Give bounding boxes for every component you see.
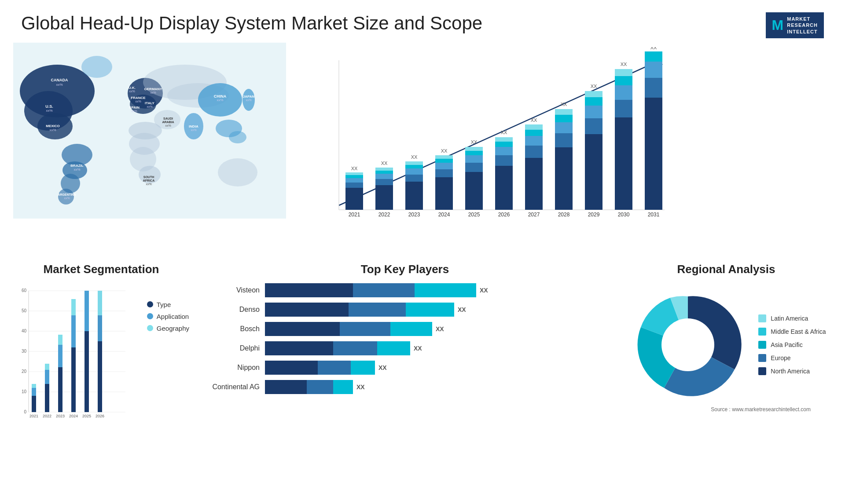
svg-text:XX: XX bbox=[531, 117, 537, 123]
top-content: CANADA xx% U.S. xx% MEXICO xx% BRAZIL xx… bbox=[0, 43, 845, 254]
player-name-delphi: Delphi bbox=[207, 344, 260, 352]
legend-app-label: Application bbox=[157, 313, 189, 320]
svg-text:2023: 2023 bbox=[56, 414, 65, 418]
bar-seg1 bbox=[265, 361, 318, 375]
svg-text:xx%: xx% bbox=[49, 128, 56, 132]
regional-section: Regional Analysis bbox=[621, 263, 832, 496]
svg-text:BRAZIL: BRAZIL bbox=[70, 164, 83, 168]
svg-text:xx%: xx% bbox=[56, 83, 62, 87]
player-row-bosch: Bosch XX bbox=[207, 322, 603, 336]
legend-eu-color bbox=[758, 354, 766, 362]
donut-chart bbox=[626, 283, 749, 406]
svg-rect-62 bbox=[345, 178, 363, 183]
svg-text:xx%: xx% bbox=[131, 110, 137, 113]
svg-rect-67 bbox=[375, 185, 393, 210]
svg-rect-164 bbox=[71, 315, 76, 347]
legend-app-dot bbox=[147, 313, 153, 319]
svg-text:xx%: xx% bbox=[64, 197, 70, 200]
svg-text:XX: XX bbox=[471, 139, 478, 145]
player-row-denso: Denso XX bbox=[207, 303, 603, 317]
regional-title: Regional Analysis bbox=[621, 263, 832, 276]
logo-line1: MARKET bbox=[787, 16, 818, 22]
svg-rect-156 bbox=[45, 370, 49, 384]
player-bar-nippon: XX bbox=[265, 361, 603, 375]
svg-rect-84 bbox=[435, 159, 453, 163]
legend-type: Type bbox=[147, 301, 189, 308]
bar-seg2 bbox=[340, 322, 390, 336]
svg-rect-99 bbox=[495, 137, 513, 142]
svg-text:GERMANY: GERMANY bbox=[144, 87, 163, 91]
player-bar-delphi: XX bbox=[265, 341, 603, 355]
svg-rect-89 bbox=[465, 163, 483, 172]
legend-asia-pacific: Asia Pacific bbox=[758, 341, 826, 349]
player-xx-nippon: XX bbox=[378, 364, 387, 371]
svg-text:2025: 2025 bbox=[82, 414, 91, 418]
legend-europe: Europe bbox=[758, 354, 826, 362]
svg-rect-151 bbox=[32, 396, 36, 412]
svg-rect-82 bbox=[435, 169, 453, 177]
svg-rect-97 bbox=[495, 147, 513, 155]
segmentation-title: Market Segmentation bbox=[13, 263, 189, 276]
regional-legend: Latin America Middle East & Africa Asia … bbox=[758, 314, 826, 375]
player-xx-denso: XX bbox=[458, 306, 466, 313]
seg-legend: Type Application Geography bbox=[147, 283, 189, 332]
svg-text:xx%: xx% bbox=[191, 128, 196, 131]
players-section: Top Key Players Visteon XX Denso bbox=[198, 263, 612, 496]
svg-text:xx%: xx% bbox=[46, 109, 52, 113]
svg-rect-165 bbox=[71, 299, 76, 315]
svg-text:0: 0 bbox=[24, 409, 26, 414]
svg-text:2021: 2021 bbox=[29, 414, 38, 418]
svg-text:2024: 2024 bbox=[438, 212, 450, 218]
player-name-bosch: Bosch bbox=[207, 325, 260, 333]
svg-rect-77 bbox=[405, 165, 423, 168]
svg-text:AFRICA: AFRICA bbox=[143, 179, 154, 182]
regional-container: Latin America Middle East & Africa Asia … bbox=[621, 283, 832, 406]
svg-rect-132 bbox=[645, 62, 662, 78]
svg-text:ITALY: ITALY bbox=[145, 101, 154, 105]
svg-point-175 bbox=[661, 318, 714, 371]
svg-rect-81 bbox=[435, 177, 453, 210]
legend-eu-label: Europe bbox=[771, 354, 790, 362]
svg-rect-103 bbox=[525, 146, 543, 158]
svg-text:2029: 2029 bbox=[588, 212, 600, 218]
bar-seg1 bbox=[265, 380, 307, 394]
svg-rect-69 bbox=[375, 174, 393, 179]
legend-north-america: North America bbox=[758, 367, 826, 375]
svg-rect-160 bbox=[58, 345, 62, 367]
svg-text:xx%: xx% bbox=[135, 100, 141, 103]
svg-text:xx%: xx% bbox=[129, 90, 135, 93]
bar-seg2 bbox=[307, 380, 333, 394]
svg-rect-130 bbox=[645, 98, 662, 210]
svg-text:SPAIN: SPAIN bbox=[129, 106, 140, 110]
player-xx-visteon: XX bbox=[480, 287, 488, 294]
svg-rect-161 bbox=[58, 335, 62, 345]
svg-rect-95 bbox=[495, 166, 513, 210]
svg-text:XX: XX bbox=[351, 166, 358, 171]
svg-rect-63 bbox=[345, 175, 363, 178]
svg-rect-172 bbox=[84, 291, 89, 331]
seg-chart-svg: 60 50 40 30 20 10 0 bbox=[13, 283, 128, 424]
player-bar-bosch: XX bbox=[265, 322, 603, 336]
logo-line2: RESEARCH bbox=[787, 22, 818, 28]
svg-text:2022: 2022 bbox=[43, 414, 51, 418]
svg-rect-163 bbox=[71, 347, 76, 412]
svg-rect-133 bbox=[645, 51, 662, 62]
svg-rect-75 bbox=[405, 175, 423, 182]
player-bar-visteon: XX bbox=[265, 283, 603, 297]
svg-text:xx%: xx% bbox=[217, 98, 223, 102]
svg-rect-117 bbox=[585, 118, 603, 134]
svg-text:XX: XX bbox=[591, 84, 597, 89]
svg-text:2026: 2026 bbox=[498, 212, 510, 218]
bar-seg3 bbox=[390, 322, 432, 336]
segmentation-section: Market Segmentation 60 50 40 30 20 10 0 bbox=[13, 263, 189, 496]
seg-chart-container: 60 50 40 30 20 10 0 bbox=[13, 283, 189, 426]
svg-rect-102 bbox=[525, 158, 543, 210]
svg-text:XX: XX bbox=[621, 62, 627, 67]
bar-seg3 bbox=[333, 380, 353, 394]
svg-rect-118 bbox=[585, 106, 603, 118]
svg-rect-91 bbox=[465, 151, 483, 155]
svg-text:50: 50 bbox=[22, 308, 27, 313]
legend-type-label: Type bbox=[157, 301, 171, 308]
svg-text:2028: 2028 bbox=[558, 212, 570, 218]
svg-rect-125 bbox=[615, 85, 632, 100]
